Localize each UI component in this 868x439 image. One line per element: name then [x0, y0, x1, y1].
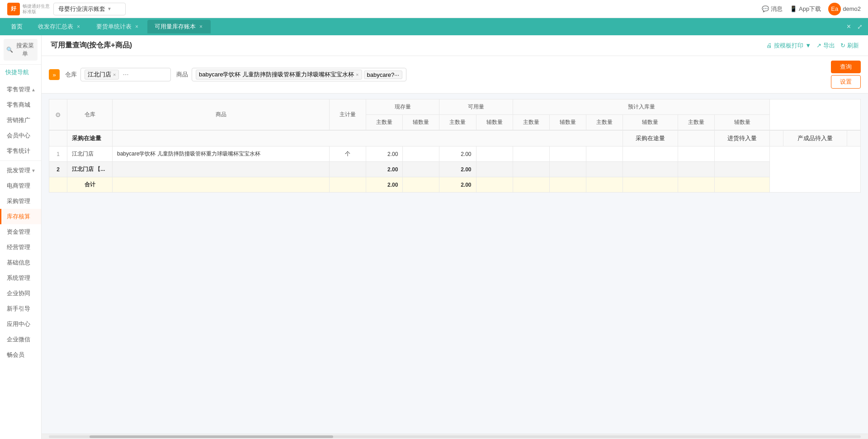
page-title: 可用量查询(按仓库+商品) — [51, 41, 132, 56]
refresh-button[interactable]: ↻ 刷新 — [840, 42, 859, 50]
footer-incoming-sub — [623, 177, 678, 193]
settings-icon[interactable]: ⚙ — [55, 111, 61, 118]
warehouse-filter-input[interactable]: 江北门店 × ··· — [80, 68, 171, 81]
tab-1-close[interactable]: × — [76, 24, 81, 30]
sidebar-item-wholesale[interactable]: 批发管理 ▼ — [0, 163, 41, 178]
user-avatar-area[interactable]: Ea demo2 — [828, 3, 861, 15]
table-header-current-sub: 辅数量 — [403, 115, 439, 131]
forecast-incoming-label: 进货待入量 — [715, 130, 770, 146]
nav-tabs: 首页 收发存汇总表 × 要货单统计表 × 可用量库存账本 × × ⤢ — [0, 18, 868, 35]
quick-nav-item[interactable]: 快捷导航 — [0, 65, 41, 80]
table-header-available-sub: 辅数量 — [476, 115, 513, 131]
sidebar-item-vip-member[interactable]: 畅会员 — [0, 347, 41, 363]
group-row-product — [113, 162, 330, 177]
tab-1[interactable]: 收发存汇总表 × — [31, 20, 88, 33]
group-row-available-sub — [476, 162, 513, 177]
industry-selector[interactable]: 母婴行业演示账套 ▼ — [53, 3, 126, 15]
data-table: ⚙ 仓库 商品 主计量 现存量 可用量 预计入库量 主数量 辅数量 主数量 辅数… — [49, 99, 861, 193]
row-product-main-1 — [678, 146, 715, 162]
tab-3-close[interactable]: × — [198, 24, 203, 30]
top-bar-left: 好 畅捷通好生意 标准版 母婴行业演示账套 ▼ — [7, 3, 126, 15]
avatar: Ea — [828, 3, 841, 15]
filter-toggle-button[interactable]: » — [49, 69, 60, 80]
app-download-button[interactable]: 📱 App下载 — [790, 5, 821, 13]
table-settings-header[interactable]: ⚙ — [49, 99, 67, 131]
sidebar-item-inventory[interactable]: 库存核算 — [0, 209, 41, 224]
refresh-icon: ↻ — [840, 42, 845, 49]
forecast-product-label: 产成品待入量 — [783, 130, 847, 146]
logo-text: 畅捷通好生意 标准版 — [23, 4, 50, 14]
row-purchase-main-1 — [513, 146, 549, 162]
filter-actions: 查询 设置 — [831, 61, 861, 89]
table-subheader-warehouse: 采购在途量 — [67, 130, 113, 146]
footer-product-main — [678, 177, 715, 193]
query-button[interactable]: 查询 — [831, 61, 861, 73]
expand-arrow-icon-2: ▼ — [31, 168, 36, 173]
row-warehouse-1: 江北门店 — [67, 146, 113, 162]
tab-3[interactable]: 可用量库存账本 × — [147, 20, 211, 33]
print-icon: 🖨 — [766, 42, 772, 49]
dropdown-arrow-icon: ▼ — [107, 6, 112, 11]
sidebar-item-member[interactable]: 会员中心 — [0, 128, 41, 143]
footer-product-sub — [715, 177, 770, 193]
row-current-sub-1 — [403, 146, 439, 162]
close-all-tabs-button[interactable]: × — [843, 23, 854, 31]
table-area: ⚙ 仓库 商品 主计量 现存量 可用量 预计入库量 主数量 辅数量 主数量 辅数… — [42, 94, 868, 434]
sidebar-item-app-center[interactable]: 应用中心 — [0, 316, 41, 332]
row-incoming-main-1 — [586, 146, 623, 162]
sidebar-item-base-info[interactable]: 基础信息 — [0, 255, 41, 270]
table-header-current-stock: 现存量 — [366, 99, 439, 115]
group-row-current-sub — [403, 162, 439, 177]
footer-current-main: 2.00 — [366, 177, 403, 193]
group-row-product-sub — [715, 162, 770, 177]
scrollbar-thumb[interactable] — [90, 435, 333, 438]
table-header-forecast: 预计入库量 — [513, 99, 770, 115]
download-icon: 📱 — [790, 5, 797, 12]
sidebar-item-zero-mall[interactable]: 零售商城 — [0, 97, 41, 113]
horizontal-scrollbar[interactable] — [42, 434, 868, 439]
top-bar-right: 💬 消息 📱 App下载 Ea demo2 — [762, 3, 861, 15]
tab-2-close[interactable]: × — [134, 24, 139, 30]
sidebar-item-enterprise[interactable]: 企业协同 — [0, 286, 41, 301]
row-purchase-sub-1 — [549, 146, 586, 162]
expand-icon[interactable]: ⤢ — [855, 23, 864, 30]
footer-purchase-sub — [549, 177, 586, 193]
footer-available-sub — [476, 177, 513, 193]
message-button[interactable]: 💬 消息 — [762, 5, 783, 13]
settings-button[interactable]: 设置 — [831, 75, 861, 89]
sidebar-item-marketing[interactable]: 营销推广 — [0, 113, 41, 128]
sidebar-item-retail-stats[interactable]: 零售统计 — [0, 143, 41, 159]
sidebar-item-purchase[interactable]: 采购管理 — [0, 194, 41, 209]
product-tag-1-close[interactable]: × — [356, 72, 359, 77]
sidebar-item-enterprise-wechat[interactable]: 企业微信 — [0, 332, 41, 347]
group-row-incoming-main — [586, 162, 623, 177]
tab-2[interactable]: 要货单统计表 × — [89, 20, 146, 33]
sidebar-item-newbie[interactable]: 新手引导 — [0, 301, 41, 316]
template-dropdown-icon: ▼ — [805, 42, 811, 49]
sidebar-item-zero-retail[interactable]: 零售管理 ▲ — [0, 82, 41, 97]
table-header-warehouse: 仓库 — [67, 99, 113, 131]
sidebar-item-operations[interactable]: 经营管理 — [0, 240, 41, 255]
sidebar: 🔍 搜索菜单 快捷导航 零售管理 ▲ 零售商城 营销推广 会员中心 零售统计 — [0, 35, 42, 439]
page-header: 可用量查询(按仓库+商品) 🖨 按模板打印 ▼ ↗ 导出 ↻ 刷新 — [42, 35, 868, 56]
table-header-product: 商品 — [113, 99, 330, 131]
logo-area: 好 畅捷通好生意 标准版 — [7, 3, 50, 15]
sidebar-item-system[interactable]: 系统管理 — [0, 270, 41, 286]
logo-icon: 好 — [7, 3, 20, 15]
product-filter-input[interactable]: babycare学饮杯 儿童防摔防撞吸管杯重力球吸嘴杯宝宝水杯 × babyca… — [192, 68, 406, 81]
warehouse-more-button[interactable]: ··· — [121, 71, 130, 79]
row-num-1: 1 — [49, 146, 67, 162]
sidebar-item-finance[interactable]: 资金管理 — [0, 224, 41, 240]
group-row-available-main: 2.00 — [439, 162, 476, 177]
search-menu-button[interactable]: 🔍 搜索菜单 — [4, 39, 38, 61]
row-incoming-sub-1 — [623, 146, 678, 162]
warehouse-tag-1-close[interactable]: × — [113, 72, 116, 77]
table-header-purchase-sub: 辅数量 — [549, 115, 586, 131]
tab-home[interactable]: 首页 — [4, 20, 30, 33]
row-unit-1: 个 — [330, 146, 366, 162]
footer-available-main: 2.00 — [439, 177, 476, 193]
template-print-button[interactable]: 🖨 按模板打印 ▼ — [766, 42, 811, 50]
sidebar-item-ecommerce[interactable]: 电商管理 — [0, 178, 41, 194]
filter-area: » 仓库 江北门店 × ··· 商品 babycare学饮杯 儿童防摔防撞吸管杯… — [42, 56, 868, 94]
export-button[interactable]: ↗ 导出 — [816, 42, 835, 50]
